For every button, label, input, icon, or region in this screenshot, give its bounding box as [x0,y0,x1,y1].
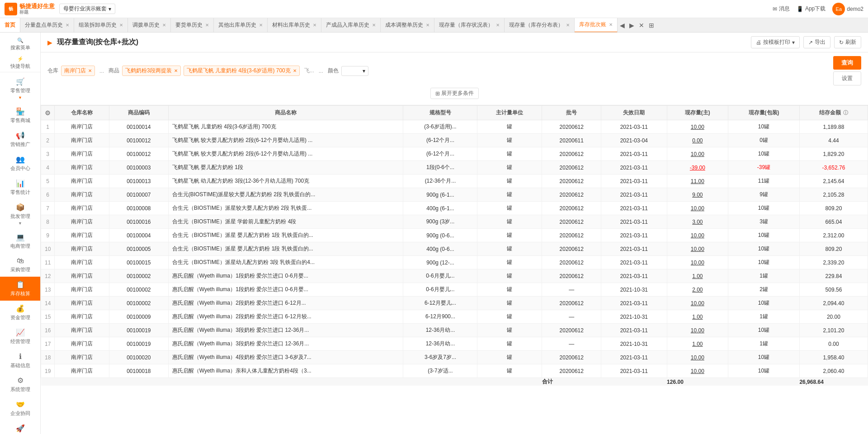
tab-mix[interactable]: 调拨单历史 ✕ [128,18,171,33]
tab-next-btn[interactable]: ▶ [627,18,637,33]
tab-disassemble[interactable]: 组装拆卸单历史 ✕ [74,18,128,33]
tab-disassemble-close[interactable]: ✕ [119,23,123,28]
cell-qty-main[interactable]: 10.00 [667,229,728,242]
tab-batch[interactable]: 库存批次账 ✕ [575,18,618,33]
cell-qty-main[interactable]: 10.00 [667,147,728,161]
cell-qty-main[interactable]: 10.00 [667,324,728,337]
cell-qty-main[interactable]: 3.00 [667,215,728,229]
cell-unit: 罐 [477,324,542,337]
tab-prev-btn[interactable]: ◀ [618,18,627,33]
expand-row: ⊞ 展开更多条件 [47,85,861,101]
total-empty-8 [601,378,667,386]
tab-split-close[interactable]: ✕ [66,23,69,28]
user-menu[interactable]: Ea demo2 [832,3,863,15]
sidebar-item-newbie[interactable]: 🚀 新手引导 [0,420,40,434]
sidebar-item-marketing[interactable]: 📢 营销推广 [0,127,40,151]
tab-product-in[interactable]: 产成品入库单历史 ✕ [321,18,381,33]
sidebar-item-purchase[interactable]: 🛍 采购管理 [0,253,40,277]
setting-btn[interactable]: 设置 [833,71,861,85]
warehouse-label: 仓库 [47,67,58,75]
sidebar-item-shop[interactable]: 🏪 零售商城 [0,104,40,127]
cell-qty-main[interactable]: 10.00 [667,120,728,134]
warehouse-tag-remove[interactable]: ✕ [88,68,92,73]
tab-other-out[interactable]: 其他出库单历史 ✕ [214,18,268,33]
tab-request[interactable]: 要货单历史 ✕ [171,18,214,33]
sidebar-item-wholesale[interactable]: 📦 批发管理 ▼ [0,199,40,229]
cell-qty-main[interactable]: 10.00 [667,364,728,378]
sidebar-item-ecommerce[interactable]: 💻 电商管理 [0,229,40,253]
tab-disassemble-label: 组装拆卸单历史 [79,21,117,29]
sidebar-item-nav[interactable]: ⚡ 快捷导航 [0,54,40,72]
tab-inventory-status[interactable]: 现存量（库存状况表） ✕ [434,18,505,33]
cell-qty-main[interactable]: 10.00 [667,351,728,364]
org-select[interactable]: 母婴行业演示账套 ▾ [59,4,115,14]
tab-cost[interactable]: 成本调整单历史 ✕ [381,18,434,33]
tab-home[interactable]: 首页 [0,18,20,33]
tab-mix-close[interactable]: ✕ [162,23,166,28]
product-tag-0-remove[interactable]: ✕ [174,68,178,73]
table-footer: 合计 126.00 26,968.64 [41,378,868,386]
print-btn[interactable]: 🖨 按模板打印 ▾ [751,36,800,48]
cell-qty-main[interactable]: 0.00 [667,134,728,147]
cell-code: 00100015 [109,256,169,269]
sidebar-item-corp[interactable]: 🤝 企业协同 [0,396,40,420]
tab-cost-close[interactable]: ✕ [426,23,429,28]
cell-qty-main[interactable]: 2.00 [667,283,728,297]
expand-icon[interactable]: ▶ [47,39,52,46]
sidebar-item-member[interactable]: 👥 会员中心 [0,151,40,175]
cell-batch: 20200612 [542,188,601,202]
expand-more-btn[interactable]: ⊞ 展开更多条件 [430,88,479,99]
tab-other-out-close[interactable]: ✕ [259,23,263,28]
tab-split[interactable]: 分量盘点单历史 ✕ [20,18,74,33]
tab-menu-btn[interactable]: ⊞ [646,18,656,33]
sidebar-item-inventory[interactable]: 📋 库存核算 [0,277,40,301]
export-btn[interactable]: ↗ 导出 [803,36,830,48]
tab-material-out-close[interactable]: ✕ [313,23,316,28]
product-tag-1-remove[interactable]: ✕ [293,68,297,73]
query-btn[interactable]: 查询 [833,56,861,70]
tab-inventory-status-close[interactable]: ✕ [496,23,500,28]
tab-request-close[interactable]: ✕ [205,23,209,28]
sidebar-item-retail[interactable]: 🛒 零售管理 ▼ [0,74,40,104]
col-code: 商品编码 [109,106,169,120]
product-more-ellipsis[interactable]: ... [319,68,323,74]
cell-qty-main[interactable]: 1.00 [667,310,728,324]
cell-qty-main[interactable]: 10.00 [667,297,728,310]
sidebar-item-operation[interactable]: 📈 经营管理 [0,325,40,349]
cell-qty-main[interactable]: 9.00 [667,188,728,202]
color-select[interactable]: ▾ [341,66,368,76]
tab-product-in-close[interactable]: ✕ [372,23,376,28]
product-more[interactable]: 飞... [304,67,314,75]
cell-unit: 罐 [477,242,542,256]
sidebar-item-system[interactable]: ⚙ 系统管理 [0,373,40,396]
cell-code: 00100004 [109,229,169,242]
product-tag-0[interactable]: 飞鹤奶粉3段两提装 ✕ [122,66,181,76]
refresh-btn[interactable]: ↻ 刷新 [834,36,861,48]
tab-close-btn[interactable]: ✕ [637,18,646,33]
cell-qty-main[interactable]: 10.00 [667,242,728,256]
messages-btn[interactable]: ✉ 消息 [773,5,790,13]
sidebar-item-finance[interactable]: 💰 资金管理 [0,301,40,325]
cell-qty-pkg: 1罐 [728,269,800,283]
cell-qty-main[interactable]: 10.00 [667,202,728,215]
tab-material-out[interactable]: 材料出库单历史 ✕ [268,18,321,33]
cell-qty-main[interactable]: 11.00 [667,175,728,188]
cell-qty-main[interactable]: 10.00 [667,256,728,269]
amount-info-icon[interactable]: ⓘ [843,110,848,115]
tab-inventory-dist-close[interactable]: ✕ [566,23,570,28]
warehouse-tag-0[interactable]: 南岸门店 ✕ [61,66,95,76]
product-tag-1[interactable]: 飞鹤星飞帆 儿童奶粉 4段(3-6岁适用) 700克 ✕ [184,66,300,76]
tab-batch-close[interactable]: ✕ [609,22,613,27]
app-download-btn[interactable]: 📱 App下载 [797,5,826,13]
sidebar-item-basic[interactable]: ℹ 基础信息 [0,349,40,373]
table-row: 1 南岸门店 00100014 飞鹤星飞帆 儿童奶粉 4段(3-6岁适用) 70… [41,120,868,134]
gear-icon[interactable]: ⚙ [45,109,51,117]
cell-qty-main[interactable]: 1.00 [667,269,728,283]
sidebar-item-stats[interactable]: 📊 零售统计 [0,175,40,199]
tab-inventory-dist[interactable]: 现存量（库存分布表） ✕ [505,18,575,33]
cell-qty-main[interactable]: 1.00 [667,337,728,351]
cell-qty-main[interactable]: -39.00 [667,161,728,175]
cell-code: 00100013 [109,175,169,188]
sidebar-item-search[interactable]: 🔍 搜索英单 [0,35,40,54]
warehouse-more[interactable]: ... [99,68,104,74]
